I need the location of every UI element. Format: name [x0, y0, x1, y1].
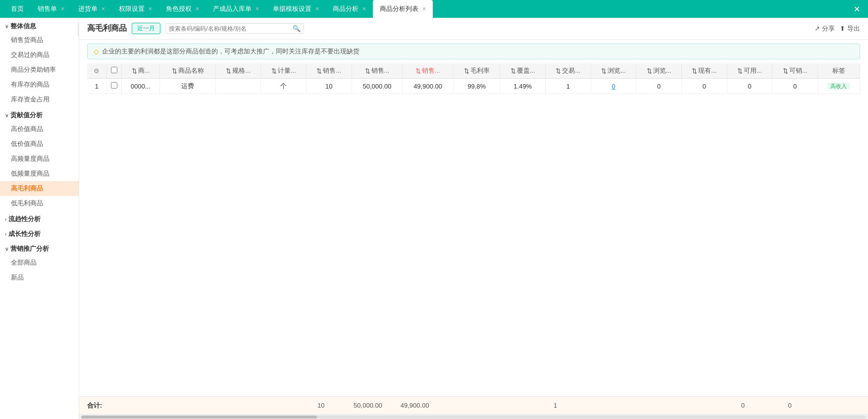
nav-product-analysis-list[interactable]: 商品分析列表 ×: [373, 0, 433, 18]
search-input[interactable]: [169, 25, 291, 32]
sidebar-collapse-button[interactable]: 《: [78, 23, 79, 37]
sidebar-item-sales-contribution[interactable]: 商品分类助销率: [0, 62, 79, 77]
main-layout: 《 ∨ 整体信息 销售货商品 交易过的商品 商品分类助销率 有库存的商品 库存资…: [0, 18, 868, 419]
footer-available: 0: [719, 402, 766, 409]
nav-product-stock[interactable]: 产成品入库单 ×: [206, 0, 266, 18]
sidebar-group-marketing[interactable]: ∨ 营销推广分析: [0, 240, 79, 255]
cell-sales-amount: 50,000.00: [352, 79, 403, 94]
export-button[interactable]: ⬆ 导出: [840, 24, 860, 33]
table-row: 1 0000... 运费 个 10 50,000.00 49,900.00 99…: [87, 79, 860, 94]
col-header-gross-margin: ⇅ 毛利率: [453, 63, 500, 79]
col-header-sales-cost: ⇅ 销售...: [403, 63, 454, 79]
nav-sales-order[interactable]: 销售单 ×: [31, 0, 71, 18]
chevron-right-icon: ›: [5, 232, 6, 237]
footer-sales-cost: 49,900.00: [391, 402, 438, 409]
footer-label: 合计:: [87, 401, 110, 410]
sidebar-item-high-margin[interactable]: 高毛利商品: [0, 181, 79, 196]
col-header-transactions: ⇅ 交易...: [546, 63, 591, 79]
col-header-row-num: ⚙: [87, 63, 106, 79]
cell-sales-qty: 10: [306, 79, 352, 94]
col-header-sellable: ⇅ 可销...: [772, 63, 818, 79]
info-banner: ◇ 企业的主要的利润都是这部分商品创造的，可考虑加大推广，同时关注库存是不要出现…: [87, 44, 860, 59]
nav-purchase-order[interactable]: 进货单 ×: [71, 0, 112, 18]
sidebar-item-new-goods[interactable]: 新品: [0, 270, 79, 285]
share-icon: ↗: [815, 25, 820, 32]
cell-sales-cost: 49,900.00: [403, 79, 454, 94]
col-header-tag: 标签: [817, 63, 860, 79]
cell-unit: 个: [261, 79, 306, 94]
table-container: ⚙ ⇅ 商... ⇅: [79, 63, 868, 396]
sidebar-item-low-freq[interactable]: 低频量度商品: [0, 166, 79, 181]
sidebar-item-high-freq[interactable]: 高频量度商品: [0, 151, 79, 166]
content-area: 高毛利商品 近一月 🔍 ↗ 分享 ⬆ 导出 ◇ 企业的主要的利润都是这部分商品创…: [79, 18, 868, 419]
col-header-browse1: ⇅ 浏览...: [591, 63, 636, 79]
sidebar-item-low-value[interactable]: 低价值商品: [0, 137, 79, 151]
close-icon[interactable]: ×: [315, 5, 319, 12]
sidebar-item-high-value[interactable]: 高价值商品: [0, 122, 79, 137]
footer-sellable: 0: [766, 402, 814, 409]
col-header-browse2: ⇅ 浏览...: [636, 63, 682, 79]
cell-gross-margin: 99.8%: [453, 79, 500, 94]
close-icon[interactable]: ×: [196, 5, 199, 12]
gear-icon[interactable]: ⚙: [94, 67, 100, 75]
cell-browse2: 0: [636, 79, 682, 94]
sidebar-item-sales-goods[interactable]: 销售货商品: [0, 33, 79, 47]
info-icon: ◇: [94, 47, 99, 55]
cell-sellable: 0: [772, 79, 818, 94]
sidebar-group-overall[interactable]: ∨ 整体信息: [0, 18, 79, 33]
nav-template-settings[interactable]: 单据模板设置 ×: [266, 0, 326, 18]
cell-coverage: 1.49%: [500, 79, 546, 94]
sidebar-item-inventory-capital[interactable]: 库存资金占用: [0, 92, 79, 107]
cell-row-num: 1: [87, 79, 106, 94]
close-icon[interactable]: ×: [362, 5, 366, 12]
sidebar-group-trend[interactable]: › 流趋性分析: [0, 211, 79, 226]
sidebar-item-traded-goods[interactable]: 交易过的商品: [0, 47, 79, 62]
chevron-down-icon: ∨: [5, 24, 8, 29]
sidebar-group-growth[interactable]: › 成长性分析: [0, 226, 79, 240]
cell-available: 0: [727, 79, 772, 94]
close-icon[interactable]: ×: [149, 5, 152, 12]
filter-recent-month-button[interactable]: 近一月: [132, 23, 160, 34]
horizontal-scrollbar[interactable]: [79, 414, 868, 419]
sidebar: 《 ∨ 整体信息 销售货商品 交易过的商品 商品分类助销率 有库存的商品 库存资…: [0, 18, 79, 419]
cell-transactions: 1: [546, 79, 591, 94]
col-header-current-stock: ⇅ 现有...: [681, 63, 727, 79]
header-right-buttons: ↗ 分享 ⬆ 导出: [815, 24, 860, 33]
scrollbar-thumb[interactable]: [81, 416, 317, 419]
chevron-right-icon: ›: [5, 217, 6, 222]
chevron-down-icon: ∨: [5, 246, 8, 252]
sidebar-item-low-margin[interactable]: 低毛利商品: [0, 196, 79, 211]
close-icon[interactable]: ×: [255, 5, 259, 12]
col-header-available: ⇅ 可用...: [727, 63, 772, 79]
footer-sales-qty: 10: [298, 402, 345, 409]
row-checkbox[interactable]: [111, 82, 117, 89]
sidebar-item-all-goods[interactable]: 全部商品: [0, 255, 79, 270]
nav-product-analysis[interactable]: 商品分析 ×: [326, 0, 373, 18]
cell-checkbox: [106, 79, 121, 94]
sidebar-group-financial[interactable]: ∨ 贡献值分析: [0, 107, 79, 122]
table-footer: 合计: 10 50,000.00 49,900.00 1 0 0: [79, 396, 868, 414]
top-nav: 首页 销售单 × 进货单 × 权限设置 × 角色授权 × 产成品入库单 × 单据…: [0, 0, 868, 18]
nav-role-permission[interactable]: 角色授权 ×: [159, 0, 206, 18]
sidebar-item-stocked-goods[interactable]: 有库存的商品: [0, 77, 79, 92]
scrollbar-track: [81, 416, 866, 419]
close-all-tabs-button[interactable]: ✕: [850, 4, 864, 14]
search-icon[interactable]: 🔍: [293, 25, 301, 32]
col-header-spec: ⇅ 规格...: [215, 63, 261, 79]
search-box: 🔍: [165, 23, 304, 34]
data-table: ⚙ ⇅ 商... ⇅: [87, 63, 860, 94]
nav-permission-settings[interactable]: 权限设置 ×: [112, 0, 159, 18]
page-title: 高毛利商品: [87, 23, 127, 34]
share-button[interactable]: ↗ 分享: [815, 24, 835, 33]
nav-home[interactable]: 首页: [4, 0, 31, 18]
select-all-checkbox[interactable]: [111, 67, 117, 73]
cell-browse1[interactable]: 0: [591, 79, 636, 94]
close-icon[interactable]: ×: [61, 5, 64, 12]
close-icon[interactable]: ×: [102, 5, 105, 12]
col-header-sales-qty: ⇅ 销售...: [306, 63, 352, 79]
footer-transactions: 1: [532, 402, 579, 409]
tag-badge: 高收入: [827, 83, 850, 90]
footer-sales-amount: 50,000.00: [345, 402, 392, 409]
close-icon[interactable]: ×: [422, 5, 426, 12]
cell-name: 运费: [160, 79, 215, 94]
